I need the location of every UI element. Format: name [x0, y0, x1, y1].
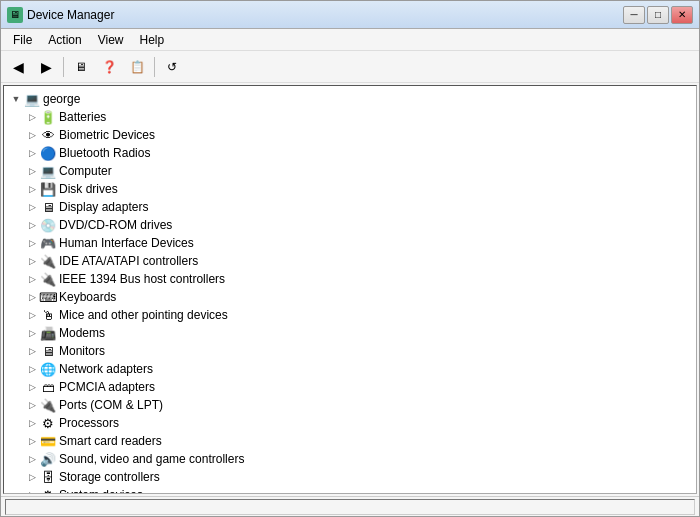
device-label: Bluetooth Radios — [59, 146, 150, 160]
device-icon: 💿 — [40, 217, 56, 233]
tree-item[interactable]: ▷🔌Ports (COM & LPT) — [4, 396, 696, 414]
statusbar — [1, 496, 699, 516]
tree-expander[interactable]: ▷ — [24, 127, 40, 143]
device-label: Processors — [59, 416, 119, 430]
forward-button[interactable]: ▶ — [33, 55, 59, 79]
device-label: Modems — [59, 326, 105, 340]
tree-item[interactable]: ▷🖱Mice and other pointing devices — [4, 306, 696, 324]
device-label: Batteries — [59, 110, 106, 124]
device-label: Keyboards — [59, 290, 116, 304]
tree-expander[interactable]: ▷ — [24, 325, 40, 341]
device-icon: 🔌 — [40, 253, 56, 269]
tree-item[interactable]: ▷🔊Sound, video and game controllers — [4, 450, 696, 468]
device-icon: 🗃 — [40, 379, 56, 395]
device-icon: 💻 — [24, 91, 40, 107]
tree-expander[interactable]: ▷ — [24, 379, 40, 395]
tree-expander[interactable]: ▷ — [24, 397, 40, 413]
tree-expander[interactable]: ▷ — [24, 469, 40, 485]
device-label: Human Interface Devices — [59, 236, 194, 250]
tree-item[interactable]: ▷⚙Processors — [4, 414, 696, 432]
toolbar-separator-2 — [154, 57, 155, 77]
close-button[interactable]: ✕ — [671, 6, 693, 24]
tree-item[interactable]: ▷🔌IEEE 1394 Bus host controllers — [4, 270, 696, 288]
tree-expander[interactable]: ▷ — [24, 199, 40, 215]
tree-expander[interactable]: ▷ — [24, 109, 40, 125]
tree-item[interactable]: ▷🔌IDE ATA/ATAPI controllers — [4, 252, 696, 270]
tree-expander[interactable]: ▷ — [24, 253, 40, 269]
tree-root-node[interactable]: ▼💻george — [4, 90, 696, 108]
tree-expander[interactable]: ▷ — [24, 163, 40, 179]
tree-expander[interactable]: ▷ — [24, 181, 40, 197]
device-icon: 🔵 — [40, 145, 56, 161]
device-icon: ⚙ — [40, 415, 56, 431]
tree-expander[interactable]: ▷ — [24, 235, 40, 251]
device-icon: 🔌 — [40, 271, 56, 287]
device-label: Ports (COM & LPT) — [59, 398, 163, 412]
minimize-button[interactable]: ─ — [623, 6, 645, 24]
tree-item[interactable]: ▷🖥Monitors — [4, 342, 696, 360]
help-button[interactable]: ❓ — [96, 55, 122, 79]
computer-button[interactable]: 🖥 — [68, 55, 94, 79]
window-title: Device Manager — [27, 8, 114, 22]
device-label: Computer — [59, 164, 112, 178]
device-icon: 🖥 — [40, 343, 56, 359]
statusbar-panel — [5, 499, 695, 515]
menu-help[interactable]: Help — [132, 31, 173, 49]
main-content: ▼💻george▷🔋Batteries▷👁Biometric Devices▷🔵… — [1, 83, 699, 496]
tree-item[interactable]: ▷💳Smart card readers — [4, 432, 696, 450]
device-icon: 💻 — [40, 163, 56, 179]
device-label: IDE ATA/ATAPI controllers — [59, 254, 198, 268]
toolbar-separator-1 — [63, 57, 64, 77]
tree-item[interactable]: ▷🔵Bluetooth Radios — [4, 144, 696, 162]
device-label: Smart card readers — [59, 434, 162, 448]
tree-item[interactable]: ▷💾Disk drives — [4, 180, 696, 198]
tree-item[interactable]: ▷👁Biometric Devices — [4, 126, 696, 144]
device-icon: 🔌 — [40, 397, 56, 413]
tree-item[interactable]: ▷🌐Network adapters — [4, 360, 696, 378]
tree-item[interactable]: ▷🗄Storage controllers — [4, 468, 696, 486]
tree-expander[interactable]: ▷ — [24, 451, 40, 467]
titlebar-buttons: ─ □ ✕ — [623, 6, 693, 24]
tree-expander[interactable]: ▷ — [24, 307, 40, 323]
menu-view[interactable]: View — [90, 31, 132, 49]
tree-item[interactable]: ▷🎮Human Interface Devices — [4, 234, 696, 252]
tree-expander[interactable]: ▷ — [24, 217, 40, 233]
back-button[interactable]: ◀ — [5, 55, 31, 79]
tree-item[interactable]: ▷💿DVD/CD-ROM drives — [4, 216, 696, 234]
device-icon: 🎮 — [40, 235, 56, 251]
tree-item[interactable]: ▷📠Modems — [4, 324, 696, 342]
device-label: george — [43, 92, 80, 106]
device-icon: 💳 — [40, 433, 56, 449]
tree-expander[interactable]: ▷ — [24, 361, 40, 377]
titlebar: 🖥 Device Manager ─ □ ✕ — [1, 1, 699, 29]
device-manager-window: 🖥 Device Manager ─ □ ✕ File Action View … — [0, 0, 700, 517]
tree-item[interactable]: ▷🖥Display adapters — [4, 198, 696, 216]
tree-expander[interactable]: ▼ — [8, 91, 24, 107]
menu-file[interactable]: File — [5, 31, 40, 49]
tree-item[interactable]: ▷⌨Keyboards — [4, 288, 696, 306]
refresh-button[interactable]: ↺ — [159, 55, 185, 79]
maximize-button[interactable]: □ — [647, 6, 669, 24]
tree-expander[interactable]: ▷ — [24, 145, 40, 161]
tree-expander[interactable]: ▷ — [24, 343, 40, 359]
toolbar: ◀ ▶ 🖥 ❓ 📋 ↺ — [1, 51, 699, 83]
menu-action[interactable]: Action — [40, 31, 89, 49]
device-label: Network adapters — [59, 362, 153, 376]
device-label: PCMCIA adapters — [59, 380, 155, 394]
tree-item[interactable]: ▷⚙System devices — [4, 486, 696, 494]
tree-root: ▼💻george▷🔋Batteries▷👁Biometric Devices▷🔵… — [4, 86, 696, 494]
tree-expander[interactable]: ▷ — [24, 271, 40, 287]
device-tree[interactable]: ▼💻george▷🔋Batteries▷👁Biometric Devices▷🔵… — [3, 85, 697, 494]
tree-item[interactable]: ▷🔋Batteries — [4, 108, 696, 126]
tree-expander[interactable]: ▷ — [24, 433, 40, 449]
tree-item[interactable]: ▷🗃PCMCIA adapters — [4, 378, 696, 396]
tree-expander[interactable]: ▷ — [24, 415, 40, 431]
titlebar-left: 🖥 Device Manager — [7, 7, 114, 23]
tree-item[interactable]: ▷💻Computer — [4, 162, 696, 180]
device-icon: 🌐 — [40, 361, 56, 377]
device-icon: 🗄 — [40, 469, 56, 485]
tree-expander[interactable]: ▷ — [24, 487, 40, 494]
device-icon: ⌨ — [40, 289, 56, 305]
device-icon: 🔊 — [40, 451, 56, 467]
properties-button[interactable]: 📋 — [124, 55, 150, 79]
